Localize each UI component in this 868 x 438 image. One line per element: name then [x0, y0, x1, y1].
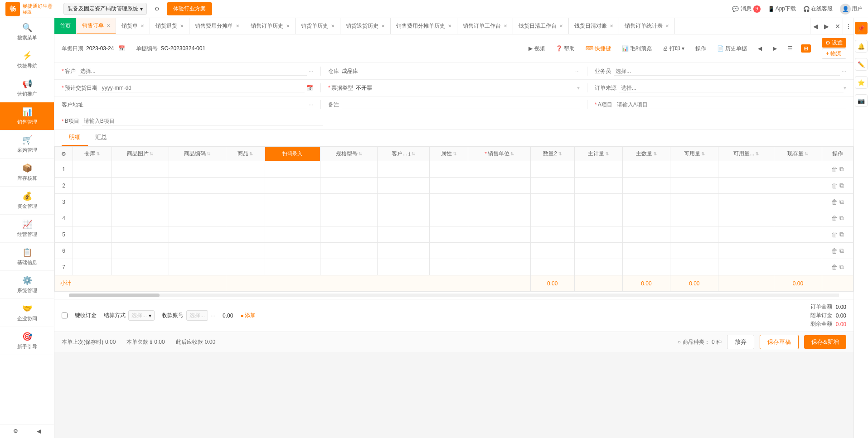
delete-icon[interactable]: 🗑 [831, 215, 838, 222]
sidebar-item-management[interactable]: 📈 经营管理 [0, 215, 54, 243]
view-btn[interactable]: ▶ 视频 [526, 44, 548, 53]
notification-area[interactable]: 💬 消息 9 [732, 5, 761, 13]
tab-next-btn[interactable]: ▶ [821, 18, 832, 34]
sidebar-item-inventory[interactable]: 📦 库存核算 [0, 159, 54, 187]
copy-icon[interactable]: ⧉ [839, 165, 844, 173]
copy-icon[interactable]: ⧉ [839, 198, 844, 206]
sidebar-item-cooperation[interactable]: 🤝 企业协同 [0, 299, 54, 327]
calendar-icon[interactable]: 📅 [118, 45, 125, 52]
order-source-input[interactable] [619, 84, 844, 92]
tab-daily-reconcile[interactable]: 钱货日清对账 ✕ [569, 18, 619, 34]
app-download[interactable]: 📱 App下载 [768, 5, 796, 13]
tab-stats[interactable]: 销售订单统计表 ✕ [619, 18, 675, 34]
online-service[interactable]: 🎧 在线客服 [803, 5, 833, 13]
copy-icon[interactable]: ⧉ [839, 263, 844, 271]
sidebar-collapse-icon[interactable]: ◀ [37, 428, 41, 434]
delete-icon[interactable]: 🗑 [831, 166, 838, 173]
tab-bill-history[interactable]: 销货单历史 ✕ [296, 18, 340, 34]
copy-icon[interactable]: ⧉ [839, 231, 844, 238]
copy-icon[interactable]: ⧉ [839, 182, 844, 189]
rs-camera-icon[interactable]: 📷 [855, 94, 868, 107]
tab-daily-workbench[interactable]: 钱货日清工作台 ✕ [513, 18, 569, 34]
tab-close-all-btn[interactable]: ✕ [832, 18, 843, 34]
user-area[interactable]: 👤 用户 [840, 4, 863, 14]
grid-view-btn[interactable]: ⊞ [801, 44, 811, 53]
address-more-icon[interactable]: ··· [309, 101, 313, 108]
customer-more-icon[interactable]: ··· [309, 68, 313, 74]
sidebar-item-finance[interactable]: 💰 资金管理 [0, 187, 54, 215]
tab-order-workbench[interactable]: 销售订单工作台 ✕ [457, 18, 513, 34]
customer-input[interactable] [78, 67, 307, 76]
delivery-calendar-icon[interactable]: 📅 [306, 85, 313, 91]
nav-next-btn[interactable]: ▶ [770, 44, 780, 53]
profit-btn[interactable]: 📊 毛利预览 [619, 44, 655, 53]
copy-icon[interactable]: ⧉ [839, 214, 844, 222]
sidebar-item-guide[interactable]: 🎯 新手引导 [0, 327, 54, 355]
add-btn[interactable]: ● 添加 [240, 312, 255, 319]
tab-sales-bill[interactable]: 销货单 ✕ [116, 18, 150, 34]
tab-close-icon[interactable]: ✕ [236, 24, 239, 29]
shortcut-btn[interactable]: ⌨ 快捷键 [583, 44, 614, 53]
copy-icon[interactable]: ⧉ [839, 247, 844, 255]
tab-return-history[interactable]: 销货退货历史 ✕ [340, 18, 391, 34]
sidebar-item-nav[interactable]: ⚡ 快捷导航 [0, 46, 54, 74]
tab-close-icon[interactable]: ✕ [448, 24, 451, 29]
nav-prev-btn[interactable]: ◀ [755, 44, 765, 53]
tab-detail[interactable]: 明细 [62, 130, 88, 146]
delete-icon[interactable]: 🗑 [831, 198, 838, 206]
tab-close-icon[interactable]: ✕ [381, 24, 385, 29]
discard-btn[interactable]: 放弃 [727, 335, 754, 349]
settlement-select[interactable]: 选择... ▾ [128, 310, 155, 321]
account-select[interactable]: 选择... [186, 310, 208, 321]
one-click-checkbox[interactable] [62, 313, 68, 318]
sidebar-item-basic[interactable]: 📋 基础信息 [0, 243, 54, 271]
order-source-arrow-icon[interactable]: ▾ [844, 85, 846, 91]
list-view-btn[interactable]: ☰ [785, 44, 795, 53]
rs-star-icon[interactable]: ⭐ [855, 76, 868, 89]
tab-expense-history[interactable]: 销售费用分摊单历史 ✕ [391, 18, 457, 34]
system-selector[interactable]: 装备及固定资产辅助管理系统 ▾ [63, 3, 147, 15]
scan-btn[interactable]: 扫码录入 [280, 149, 305, 158]
tab-prev-btn[interactable]: ◀ [810, 18, 821, 34]
operation-btn[interactable]: 操作 [693, 44, 709, 53]
delivery-input[interactable] [100, 84, 305, 92]
industry-btn[interactable]: 体验行业方案 [167, 2, 212, 15]
tab-close-icon[interactable]: ✕ [141, 24, 144, 29]
account-more-icon[interactable]: ··· [211, 313, 215, 319]
add-logistics-btn[interactable]: + 物流 [822, 48, 846, 59]
help-btn[interactable]: ❓ 帮助 [553, 44, 577, 53]
sidebar-item-purchase[interactable]: 🛒 采购管理 [0, 130, 54, 159]
address-input[interactable] [86, 101, 307, 109]
sidebar-settings-icon[interactable]: ⚙ [13, 428, 18, 434]
settings-icon[interactable]: ⚙ [150, 3, 163, 15]
sidebar-item-search[interactable]: 🔍 搜索菜单 [0, 18, 54, 46]
rs-edit-icon[interactable]: ✏️ [855, 58, 868, 71]
save-new-btn[interactable]: 保存&新增 [804, 335, 846, 349]
tab-summary[interactable]: 汇总 [88, 130, 114, 146]
rs-pin-icon[interactable]: 📌 [855, 22, 868, 34]
warehouse-more-icon[interactable]: ··· [575, 68, 580, 74]
tab-close-icon[interactable]: ✕ [107, 23, 110, 28]
staff-input[interactable] [614, 67, 840, 76]
tab-sales-expense[interactable]: 销售费用分摊单 ✕ [189, 18, 245, 34]
tab-sales-order[interactable]: 销售订单 ✕ [77, 18, 116, 34]
history-btn[interactable]: 📄 历史单据 [714, 44, 750, 53]
rs-notification-icon[interactable]: 🔔 [855, 40, 868, 53]
tab-home[interactable]: 首页 [54, 18, 77, 34]
table-scrollbar[interactable] [69, 294, 839, 297]
sidebar-item-sales[interactable]: 📊 销售管理 [0, 102, 54, 130]
delete-icon[interactable]: 🗑 [831, 231, 838, 238]
note-input[interactable] [342, 101, 580, 109]
tab-close-icon[interactable]: ✕ [504, 24, 507, 29]
tab-close-icon[interactable]: ✕ [286, 24, 290, 29]
delete-icon[interactable]: 🗑 [831, 182, 838, 189]
delete-icon[interactable]: 🗑 [831, 247, 838, 255]
invoice-arrow-icon[interactable]: ▾ [577, 85, 580, 91]
delete-icon[interactable]: 🗑 [831, 264, 838, 271]
tab-close-icon[interactable]: ✕ [610, 24, 613, 29]
b-project-input[interactable] [82, 117, 323, 125]
tab-close-icon[interactable]: ✕ [665, 24, 669, 29]
sidebar-item-marketing[interactable]: 📢 营销推广 [0, 74, 54, 102]
a-project-input[interactable] [615, 101, 846, 109]
tab-sales-return[interactable]: 销货退货 ✕ [150, 18, 189, 34]
